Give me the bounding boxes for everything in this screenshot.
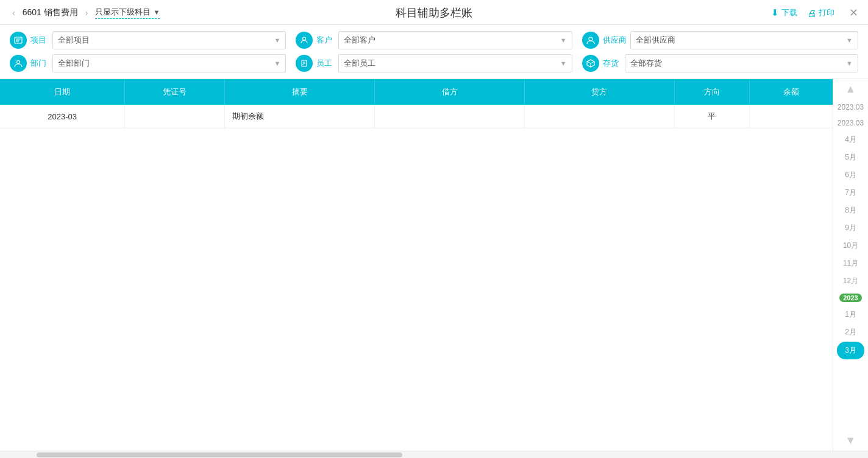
- timeline-items: 2023.032023.034月5月6月7月8月9月10月11月12月20231…: [833, 99, 868, 431]
- cell-summary: 期初余额: [225, 105, 375, 129]
- col-summary: 摘要: [225, 79, 375, 105]
- main-window: ‹ 6601 销售费用 › 只显示下级科目 ▼ 科目辅助多栏账 ⬇ 下载 🖨 打…: [0, 0, 868, 458]
- scrollbar-track: [0, 451, 868, 458]
- table-area[interactable]: 日期 凭证号 摘要 借方 贷方 方向 余额 2023-03 期初余额 平: [0, 79, 833, 451]
- show-sub-dropdown-icon: ▼: [153, 9, 160, 16]
- download-label: 下载: [781, 7, 797, 18]
- next-arrow[interactable]: ›: [83, 7, 91, 19]
- employee-value: 全部员工: [344, 58, 375, 69]
- inventory-select[interactable]: 全部存货 ▼: [625, 54, 858, 72]
- year-badge: 2023: [839, 294, 861, 302]
- supplier-value: 全部供应商: [636, 35, 675, 46]
- timeline-item[interactable]: 1月: [833, 306, 868, 323]
- timeline-item[interactable]: 5月: [833, 149, 868, 166]
- inventory-value: 全部存货: [630, 58, 662, 69]
- project-icon: [10, 32, 27, 49]
- col-credit: 贷方: [525, 79, 675, 105]
- print-label: 打印: [819, 7, 834, 18]
- timeline-item[interactable]: 2023.03: [833, 115, 868, 131]
- cell-credit: [525, 105, 675, 129]
- department-label: 部门: [30, 58, 49, 69]
- employee-label: 员工: [316, 58, 335, 69]
- svg-point-10: [303, 64, 304, 65]
- titlebar: ‹ 6601 销售费用 › 只显示下级科目 ▼ 科目辅助多栏账 ⬇ 下载 🖨 打…: [0, 0, 868, 25]
- project-label: 项目: [30, 35, 49, 46]
- project-select[interactable]: 全部项目 ▼: [52, 31, 286, 49]
- timeline-item[interactable]: 4月: [833, 131, 868, 149]
- employee-dropdown-icon: ▼: [560, 60, 567, 67]
- department-dropdown-icon: ▼: [274, 60, 280, 67]
- supplier-label: 供应商: [603, 35, 627, 46]
- timeline-item[interactable]: 10月: [833, 237, 868, 255]
- filter-supplier: 供应商 全部供应商 ▼: [582, 31, 858, 49]
- svg-point-5: [589, 37, 592, 41]
- inventory-dropdown-icon: ▼: [846, 60, 853, 67]
- col-balance: 余额: [749, 79, 833, 105]
- timeline-item[interactable]: 11月: [833, 255, 868, 272]
- filter-inventory: 存货 全部存货 ▼: [582, 54, 858, 72]
- supplier-icon: [582, 32, 599, 49]
- timeline-item[interactable]: 9月: [833, 219, 868, 237]
- customer-dropdown-icon: ▼: [560, 37, 567, 44]
- timeline-item[interactable]: 7月: [833, 184, 868, 202]
- print-button[interactable]: 🖨 打印: [807, 7, 834, 18]
- side-panel: ▲ 2023.032023.034月5月6月7月8月9月10月11月12月202…: [833, 79, 868, 451]
- cell-voucher: [125, 105, 225, 129]
- scroll-down-button[interactable]: ▼: [833, 431, 868, 451]
- filter-row-1: 项目 全部项目 ▼ 客户 全部客户 ▼: [10, 31, 858, 49]
- prev-arrow[interactable]: ‹: [10, 7, 18, 19]
- account-code: 6601 销售费用: [23, 7, 78, 18]
- timeline-item[interactable]: 3月: [837, 342, 864, 359]
- customer-label: 客户: [316, 35, 335, 46]
- filter-employee: 员工 全部员工 ▼: [296, 54, 572, 72]
- col-voucher: 凭证号: [125, 79, 225, 105]
- timeline-item[interactable]: 2023: [833, 290, 868, 306]
- department-value: 全部部门: [58, 58, 90, 69]
- timeline-item[interactable]: 2月: [833, 323, 868, 341]
- scrollbar-thumb[interactable]: [37, 453, 402, 457]
- download-icon: ⬇: [771, 7, 779, 18]
- filter-customer: 客户 全部客户 ▼: [296, 31, 572, 49]
- cell-date: 2023-03: [0, 105, 125, 129]
- employee-icon: [296, 55, 313, 72]
- download-button[interactable]: ⬇ 下载: [771, 7, 797, 18]
- project-dropdown-icon: ▼: [274, 37, 280, 44]
- col-direction: 方向: [674, 79, 749, 105]
- col-debit: 借方: [375, 79, 525, 105]
- svg-line-11: [587, 62, 591, 63]
- filters-area: 项目 全部项目 ▼ 客户 全部客户 ▼: [0, 25, 868, 79]
- employee-select[interactable]: 全部员工 ▼: [338, 54, 572, 72]
- inventory-label: 存货: [603, 58, 621, 69]
- customer-select[interactable]: 全部客户 ▼: [338, 31, 572, 49]
- show-sub-select[interactable]: 只显示下级科目 ▼: [95, 7, 160, 19]
- supplier-select[interactable]: 全部供应商 ▼: [630, 31, 858, 49]
- timeline-item[interactable]: 6月: [833, 166, 868, 184]
- cell-balance: [749, 105, 833, 129]
- inventory-icon: [582, 55, 599, 72]
- table-body: 2023-03 期初余额 平: [0, 105, 833, 129]
- timeline-item[interactable]: 12月: [833, 272, 868, 290]
- customer-value: 全部客户: [344, 35, 375, 46]
- ledger-table: 日期 凭证号 摘要 借方 贷方 方向 余额 2023-03 期初余额 平: [0, 79, 833, 129]
- scroll-up-button[interactable]: ▲: [833, 79, 868, 99]
- page-title: 科目辅助多栏账: [396, 5, 472, 20]
- horizontal-scrollbar[interactable]: [0, 451, 868, 458]
- svg-point-6: [17, 61, 20, 64]
- col-date: 日期: [0, 79, 125, 105]
- table-header-row: 日期 凭证号 摘要 借方 贷方 方向 余额: [0, 79, 833, 105]
- show-sub-label: 只显示下级科目: [95, 7, 151, 18]
- department-select[interactable]: 全部部门 ▼: [52, 54, 286, 72]
- department-icon: [10, 55, 27, 72]
- timeline-item[interactable]: 8月: [833, 202, 868, 219]
- timeline-item[interactable]: 2023.03: [833, 99, 868, 115]
- titlebar-right: ⬇ 下载 🖨 打印 ✕: [771, 6, 858, 19]
- supplier-dropdown-icon: ▼: [846, 37, 853, 44]
- cell-debit: [375, 105, 525, 129]
- close-button[interactable]: ✕: [849, 6, 858, 19]
- svg-line-12: [591, 62, 594, 63]
- filter-department: 部门 全部部门 ▼: [10, 54, 286, 72]
- main-content: 日期 凭证号 摘要 借方 贷方 方向 余额 2023-03 期初余额 平: [0, 79, 868, 451]
- svg-point-4: [303, 37, 306, 40]
- project-value: 全部项目: [58, 35, 90, 46]
- table-row: 2023-03 期初余额 平: [0, 105, 833, 129]
